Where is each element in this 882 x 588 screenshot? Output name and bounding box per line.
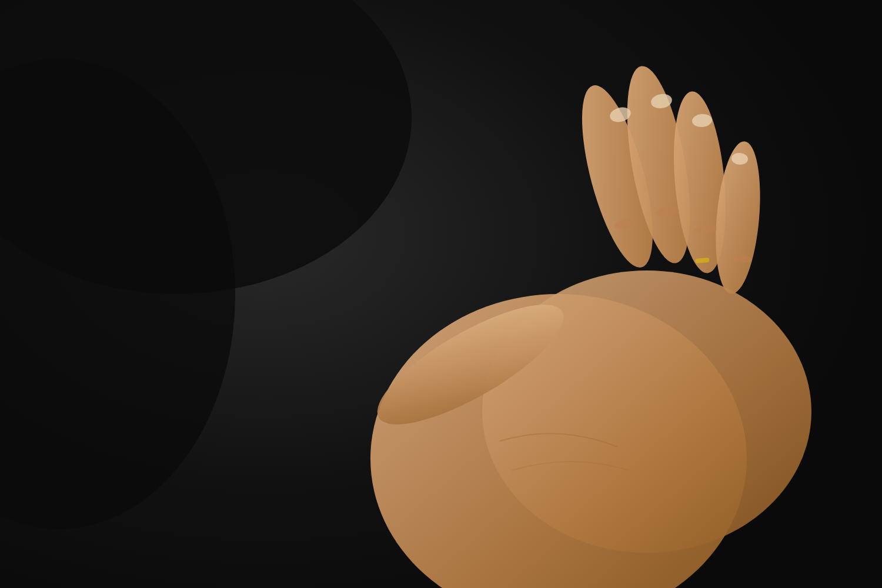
scene: 1:11: [0, 0, 882, 588]
hand-illustration: [0, 0, 882, 588]
